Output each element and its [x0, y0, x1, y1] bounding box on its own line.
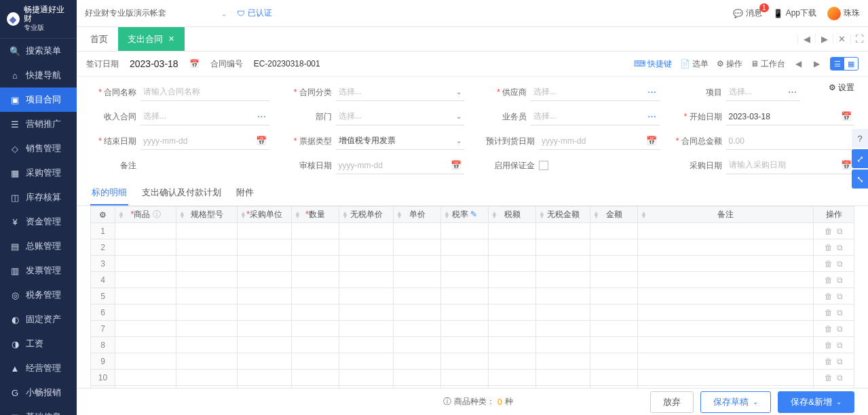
table-row[interactable]: 5🗑⧉ [91, 288, 854, 304]
table-row[interactable]: 2🗑⧉ [91, 239, 854, 256]
next-record-button[interactable]: ▶ [812, 59, 822, 68]
th-product[interactable]: ▲▼*商品 ⓘ [115, 207, 176, 223]
tab-prev-button[interactable]: ◀ [797, 34, 815, 44]
copy-icon[interactable]: ⧉ [837, 226, 843, 236]
cell[interactable] [536, 288, 590, 304]
delete-icon[interactable]: 🗑 [825, 292, 833, 301]
sidebar-item-13[interactable]: ▲经营管理 [0, 356, 77, 380]
delete-icon[interactable]: 🗑 [825, 275, 833, 285]
cell[interactable] [590, 337, 638, 353]
cell[interactable] [238, 256, 292, 272]
tab-home[interactable]: 首页 [81, 27, 118, 51]
cell[interactable] [339, 239, 394, 256]
cell[interactable] [638, 370, 814, 386]
cell[interactable] [292, 223, 339, 239]
th-price-notax[interactable]: ▲▼无税单价 [339, 207, 394, 223]
cell[interactable] [176, 288, 238, 304]
discard-button[interactable]: 放弃 [650, 391, 694, 413]
cell[interactable] [292, 272, 339, 288]
delete-icon[interactable]: 🗑 [825, 259, 833, 269]
copy-icon[interactable]: ⧉ [837, 308, 843, 317]
cell[interactable] [441, 321, 489, 337]
cell[interactable] [339, 272, 394, 288]
cell[interactable] [590, 353, 638, 370]
cell[interactable] [115, 223, 176, 239]
delete-icon[interactable]: 🗑 [825, 243, 833, 252]
cell[interactable] [638, 272, 814, 288]
cell[interactable] [638, 321, 814, 337]
subtab-attach[interactable]: 附件 [235, 182, 255, 205]
cell[interactable] [292, 337, 339, 353]
cell[interactable] [339, 321, 394, 337]
workbench-link[interactable]: 🖥工作台 [751, 58, 785, 70]
table-row[interactable]: 7🗑⧉ [91, 321, 854, 337]
cell[interactable] [590, 321, 638, 337]
table-row[interactable]: 4🗑⧉ [91, 272, 854, 288]
cell[interactable] [339, 288, 394, 304]
th-tax-rate[interactable]: ▲▼税率 ✎ [441, 207, 489, 223]
cell[interactable] [441, 370, 489, 386]
cell[interactable] [590, 272, 638, 288]
total-amount-input[interactable]: 0.00 [726, 132, 855, 150]
cell[interactable] [489, 239, 536, 256]
sidebar-item-0[interactable]: 🔍搜索菜单 [0, 39, 77, 63]
cell[interactable] [536, 337, 590, 353]
th-qty[interactable]: ▲▼*数量 [292, 207, 339, 223]
float-tool-expand[interactable]: ⤢ [852, 149, 868, 168]
cell[interactable] [238, 288, 292, 304]
th-gear[interactable]: ⚙ [91, 207, 115, 223]
cell[interactable] [489, 288, 536, 304]
enable-deposit-checkbox[interactable] [539, 161, 548, 170]
tab-next-button[interactable]: ▶ [815, 34, 833, 44]
cell[interactable] [638, 304, 814, 321]
department-select[interactable]: 选择...⌄ [336, 108, 465, 125]
cell[interactable] [441, 304, 489, 321]
end-date-input[interactable]: yyyy-mm-dd📅 [140, 132, 269, 150]
sidebar-item-7[interactable]: ¥资金管理 [0, 210, 77, 234]
delete-icon[interactable]: 🗑 [825, 357, 833, 366]
th-amount-notax[interactable]: ▲▼无税金额 [536, 207, 590, 223]
project-select[interactable]: 选择...⋯ [726, 83, 801, 101]
prev-record-button[interactable]: ◀ [793, 59, 804, 68]
sidebar-item-10[interactable]: ◎税务管理 [0, 283, 77, 307]
cell[interactable] [590, 304, 638, 321]
sidebar-item-4[interactable]: ◇销售管理 [0, 136, 77, 161]
copy-icon[interactable]: ⧉ [837, 373, 843, 382]
th-spec[interactable]: ▲▼规格型号 [176, 207, 238, 223]
float-tool-help[interactable]: ? [852, 129, 868, 148]
cell[interactable] [339, 370, 394, 386]
cell[interactable] [441, 337, 489, 353]
cell[interactable] [394, 256, 441, 272]
cell[interactable] [292, 321, 339, 337]
table-row[interactable]: 6🗑⧉ [91, 304, 854, 321]
cell[interactable] [489, 256, 536, 272]
cell[interactable] [115, 353, 176, 370]
delete-icon[interactable]: 🗑 [825, 226, 833, 236]
cell[interactable] [339, 337, 394, 353]
cell[interactable] [394, 223, 441, 239]
cell[interactable] [115, 239, 176, 256]
cell[interactable] [638, 223, 814, 239]
sidebar-item-6[interactable]: ◫库存核算 [0, 185, 77, 210]
cell[interactable] [489, 353, 536, 370]
arrival-date-input[interactable]: yyyy-mm-dd📅 [539, 132, 660, 150]
cell[interactable] [292, 288, 339, 304]
table-row[interactable]: 8🗑⧉ [91, 337, 854, 353]
contract-name-input[interactable]: 请输入合同名称 [140, 83, 269, 101]
cell[interactable] [238, 239, 292, 256]
cell[interactable] [536, 272, 590, 288]
purchase-date-input[interactable]: 请输入采购日期📅 [726, 157, 855, 174]
cell[interactable] [441, 272, 489, 288]
table-row[interactable]: 3🗑⧉ [91, 256, 854, 272]
tab-close-all-button[interactable]: ✕ [833, 34, 850, 44]
save-new-button[interactable]: 保存&新增⌄ [778, 391, 854, 413]
sign-date-value[interactable]: 2023-03-18 [130, 58, 178, 69]
cell[interactable] [176, 321, 238, 337]
cell[interactable] [339, 223, 394, 239]
cell[interactable] [441, 288, 489, 304]
sidebar-item-12[interactable]: ◑工资 [0, 332, 77, 356]
cell[interactable] [590, 288, 638, 304]
copy-icon[interactable]: ⧉ [837, 259, 843, 269]
shortcut-link[interactable]: ⌨快捷键 [634, 58, 672, 70]
cell[interactable] [115, 337, 176, 353]
